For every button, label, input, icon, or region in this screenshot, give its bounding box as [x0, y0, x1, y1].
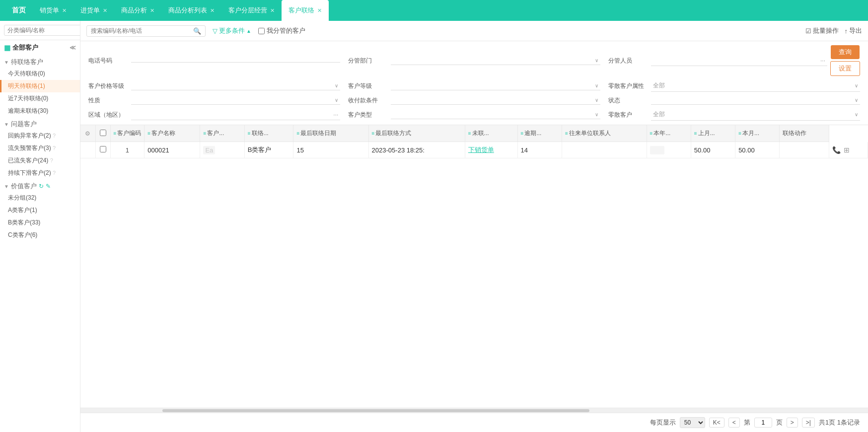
close-icon[interactable]: ✕: [317, 7, 322, 14]
filter-nature-label: 性质: [88, 96, 128, 105]
row-num: 1: [110, 142, 145, 158]
top-nav: 首页 销货单 ✕ 进货单 ✕ 商品分析 ✕ 商品分析列表 ✕ 客户分层经营 ✕ …: [0, 0, 868, 21]
filter-region-input[interactable]: ···: [131, 110, 340, 120]
close-icon[interactable]: ✕: [270, 7, 275, 14]
chevron-down-icon: ▼: [4, 122, 9, 127]
action-icons: 📞 ⊞: [832, 146, 865, 154]
col-last-month: ≡上月...: [691, 125, 735, 142]
my-customer-checkbox[interactable]: 我分管的客户: [258, 26, 305, 35]
select-all-checkbox[interactable]: [100, 130, 106, 136]
query-button[interactable]: 查询: [831, 45, 860, 59]
export-icon: ↑: [845, 27, 848, 35]
filter-retail-attr-select[interactable]: 全部 ∨: [651, 80, 860, 92]
filter-status-select[interactable]: ∨: [651, 96, 860, 105]
prev-page-btn[interactable]: <: [728, 418, 740, 428]
row-last-month: 50.00: [735, 142, 780, 158]
row-checkbox[interactable]: [95, 142, 110, 158]
check-col-header[interactable]: [95, 125, 110, 142]
filter-dept-label: 分管部门: [348, 57, 388, 65]
sidebar-search-area: 🔍: [0, 21, 80, 40]
close-icon[interactable]: ✕: [103, 7, 107, 14]
filter-status: 状态 ∨: [608, 96, 860, 105]
sidebar-item-class-b[interactable]: B类客户(33): [0, 216, 80, 229]
nav-tab-1[interactable]: 进货单 ✕: [73, 0, 114, 21]
sidebar-item-declining[interactable]: 持续下滑客户(2) ?: [0, 167, 80, 179]
filter-payment-select[interactable]: ∨: [391, 96, 600, 105]
gear-col-header[interactable]: ⚙: [80, 125, 95, 142]
filter-price-level-select[interactable]: ∨: [131, 81, 340, 90]
setting-button[interactable]: 设置: [830, 61, 860, 76]
close-icon[interactable]: ✕: [210, 7, 215, 14]
col-customer-name: ≡客户名称: [145, 125, 200, 142]
dots-icon[interactable]: ···: [333, 111, 338, 118]
row-name: Ea: [200, 142, 244, 158]
nav-tab-4[interactable]: 客户分层经营 ✕: [221, 0, 282, 21]
sidebar-item-repurchase-abnormal[interactable]: 回购异常客户(2) ?: [0, 130, 80, 142]
refresh-icon[interactable]: ↻: [39, 183, 44, 190]
filter-phone-input[interactable]: [131, 59, 340, 63]
export-btn[interactable]: ↑ 导出: [845, 26, 863, 35]
group-problem-customers: ▼ 问题客户: [0, 117, 80, 130]
next-page-btn[interactable]: >: [787, 418, 798, 428]
col-unit-contact: ≡往来单位联系人: [562, 125, 647, 142]
filter-status-label: 状态: [608, 96, 648, 105]
sidebar-item-today[interactable]: 今天待联络(0): [0, 68, 80, 80]
nav-tab-0[interactable]: 销货单 ✕: [33, 0, 73, 21]
search-input[interactable]: [91, 27, 191, 34]
horizontal-scrollbar[interactable]: [80, 408, 868, 413]
filter-retail-customer-label: 零散客户: [608, 111, 648, 119]
last-contact-link[interactable]: 下销货单: [468, 146, 494, 153]
search-input-wrap: 🔍: [86, 25, 206, 37]
dots-icon[interactable]: ···: [820, 57, 825, 64]
chevron-down-icon: ▼: [4, 184, 9, 189]
sidebar-item-class-a[interactable]: A类客户(1): [0, 204, 80, 216]
edit-icon[interactable]: ✎: [46, 183, 51, 190]
sidebar-item-class-c[interactable]: C类客户(6): [0, 229, 80, 241]
filter-region-label: 区域（地区）: [88, 111, 128, 119]
close-icon[interactable]: ✕: [150, 7, 154, 14]
more-filter-btn[interactable]: ▽ 更多条件 ▲: [210, 25, 254, 37]
total-info: 共1页 1条记录: [819, 418, 860, 427]
sort-icon: ≡: [565, 131, 568, 136]
close-icon[interactable]: ✕: [62, 7, 67, 14]
sidebar-search-input[interactable]: [4, 25, 80, 36]
search-icon[interactable]: 🔍: [193, 27, 201, 35]
filter-nature-select[interactable]: ∨: [131, 96, 340, 105]
filter-price-level: 客户价格等级 ∨: [88, 80, 340, 92]
sidebar-item-unclassified[interactable]: 未分组(32): [0, 192, 80, 204]
nav-tab-5[interactable]: 客户联络 ✕: [282, 0, 329, 21]
last-page-btn[interactable]: >|: [802, 418, 815, 428]
chevron-down-icon: ∨: [595, 112, 598, 117]
nav-tab-3[interactable]: 商品分析列表 ✕: [161, 0, 221, 21]
all-customers-header[interactable]: ▦ 全部客户 ≪: [0, 40, 80, 55]
first-page-btn[interactable]: K<: [709, 418, 724, 428]
batch-op-btn[interactable]: ☑ 批量操作: [805, 26, 839, 35]
page-input[interactable]: [754, 418, 772, 428]
filter-region: 区域（地区） ···: [88, 109, 340, 121]
nav-home[interactable]: 首页: [5, 0, 33, 21]
my-customer-check-input[interactable]: [258, 28, 265, 34]
sidebar-item-churned[interactable]: 已流失客户(24) ?: [0, 154, 80, 167]
scrollbar-thumb[interactable]: [162, 409, 589, 412]
nav-tab-2[interactable]: 商品分析 ✕: [114, 0, 161, 21]
filter-dept-select[interactable]: ∨: [391, 56, 600, 65]
sidebar-item-tomorrow[interactable]: 明天待联络(1): [0, 80, 80, 92]
sidebar-item-churn-warning[interactable]: 流失预警客户(3) ?: [0, 142, 80, 154]
sidebar-item-7days[interactable]: 近7天待联络(0): [0, 92, 80, 105]
content-area: 🔍 ▽ 更多条件 ▲ 我分管的客户 ☑ 批量操作 ↑ 导出: [80, 21, 868, 432]
filter-retail-customer-select[interactable]: 全部 ∨: [651, 109, 860, 121]
row-last-contact-method[interactable]: 下销货单: [465, 142, 517, 158]
sidebar-item-overdue[interactable]: 逾期未联络(30): [0, 105, 80, 117]
col-customer-code: ≡客户编码: [110, 125, 145, 142]
filter-customer-type-select[interactable]: ∨: [391, 110, 600, 119]
row-unit-contact: [647, 142, 691, 158]
filter-manager-input[interactable]: ···: [651, 56, 827, 66]
filter-customer-level-select[interactable]: ∨: [391, 81, 600, 90]
filter-nature: 性质 ∨: [88, 96, 340, 105]
sort-icon: ≡: [372, 131, 375, 136]
row-select-checkbox[interactable]: [100, 146, 106, 152]
qr-icon[interactable]: ⊞: [844, 146, 850, 154]
filter-action-btns: 查询 设置: [830, 45, 860, 76]
per-page-select[interactable]: 50 100 200: [680, 417, 705, 428]
call-icon[interactable]: 📞: [832, 146, 841, 154]
